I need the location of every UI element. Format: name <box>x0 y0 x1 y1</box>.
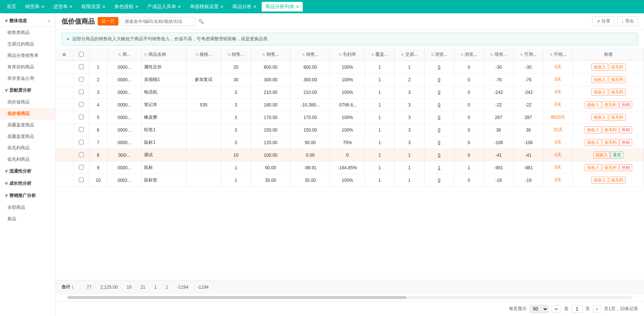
nav-product-inbound[interactable]: 产成品入库单 ✕ <box>144 2 185 11</box>
sidebar-item-low-coverage[interactable]: 低覆盖度商品 <box>0 131 55 142</box>
sidebar-item-high-coverage[interactable]: 高覆盖度商品 <box>0 119 55 131</box>
filter-recent-month-btn[interactable]: 近一月 <box>98 17 118 26</box>
cell-browse1[interactable]: 0 <box>424 61 454 74</box>
col-code[interactable]: ⇅ 商... <box>107 48 142 61</box>
col-avail[interactable]: ⇅ 可用... <box>513 48 543 61</box>
sidebar-group-contribution[interactable]: ∨ 贡献度分析 <box>0 84 55 96</box>
browse-link[interactable]: 0 <box>438 77 440 82</box>
row-checkbox[interactable] <box>79 165 84 170</box>
cell-check[interactable] <box>73 111 89 124</box>
row-checkbox[interactable] <box>79 102 84 107</box>
cell-browse1[interactable]: 0 <box>424 124 454 136</box>
cell-browse1[interactable]: 0 <box>424 136 454 149</box>
col-sellable[interactable]: ⇅ 可销... <box>543 48 573 61</box>
col-sales-amt[interactable]: ⇅ 销售... <box>251 48 291 61</box>
cell-browse1[interactable]: 1 <box>424 162 454 174</box>
row-checkbox[interactable] <box>79 177 84 182</box>
col-coverage[interactable]: ⇅ 覆盖... <box>365 48 395 61</box>
cell-browse1[interactable]: 0 <box>424 86 454 99</box>
per-page-select[interactable]: 50 100 200 <box>530 305 549 313</box>
browse-link[interactable]: 0 <box>438 178 440 183</box>
sidebar-item-sales-goods[interactable]: 销售类商品 <box>0 27 55 38</box>
sidebar-group-marketing[interactable]: ∨ 营销推广分析 <box>0 190 55 202</box>
nav-goods-analysis-list[interactable]: 商品分析列表 ✕ <box>262 2 303 11</box>
nav-permissions-close[interactable]: ✕ <box>102 4 105 9</box>
cell-check[interactable] <box>73 74 89 86</box>
sidebar-item-new-goods[interactable]: 新品 <box>0 213 55 225</box>
nav-goods-analysis[interactable]: 商品分析 ✕ <box>229 2 260 11</box>
cell-check[interactable] <box>73 136 89 149</box>
table-container[interactable]: ⚙ ⇅ 商... ⇅ 商品名称 ⇅ 规格... ⇅ 销售... ⇅ 销售... … <box>56 48 644 280</box>
browse-link[interactable]: 1 <box>438 165 440 170</box>
nav-product-inbound-close[interactable]: ✕ <box>178 4 181 9</box>
sidebar-group-circulation[interactable]: ∨ 流通性分析 <box>0 165 55 177</box>
col-sales-avg[interactable]: ⇅ 销售... <box>291 48 330 61</box>
cell-check[interactable] <box>73 149 89 162</box>
sidebar-item-low-value[interactable]: 低价值商品 <box>0 108 55 119</box>
nav-purchase-order[interactable]: 进货单 ✕ <box>50 2 76 11</box>
nav-goods-analysis-close[interactable]: ✕ <box>253 4 256 9</box>
col-stock[interactable]: ⇅ 现有... <box>484 48 513 61</box>
browse-link[interactable]: 0 <box>438 102 440 108</box>
col-sales-qty[interactable]: ⇅ 销售... <box>221 48 251 61</box>
col-name[interactable]: ⇅ 商品名称 <box>142 48 187 61</box>
sidebar-item-high-value[interactable]: 高价值商品 <box>0 96 55 108</box>
row-checkbox[interactable] <box>79 140 84 145</box>
sidebar-group-growth[interactable]: ∨ 成长性分析 <box>0 177 55 190</box>
sidebar-collapse-btn[interactable]: « <box>46 16 52 25</box>
browse-link[interactable]: 0 <box>438 140 440 145</box>
cell-browse1[interactable]: 0 <box>424 74 454 86</box>
col-gross-rate[interactable]: ⇅ 毛利率 <box>330 48 365 61</box>
col-browse2[interactable]: ⇅ 浏览... <box>454 48 484 61</box>
cell-check[interactable] <box>73 162 89 174</box>
nav-purchase-close[interactable]: ✕ <box>69 4 73 9</box>
nav-sales-order[interactable]: 销货单 ✕ <box>21 2 48 11</box>
first-page-btn[interactable]: ‹‹ <box>551 305 561 313</box>
nav-template-settings[interactable]: 单据模板设置 ✕ <box>186 2 227 11</box>
col-trade[interactable]: ⇅ 交易... <box>395 48 424 61</box>
col-check[interactable] <box>73 48 89 61</box>
nav-roles[interactable]: 角色授权 ✕ <box>111 2 142 11</box>
sidebar-item-all-goods[interactable]: 全部商品 <box>0 202 55 213</box>
share-btn[interactable]: ↗ 分享 <box>592 16 614 26</box>
nav-permissions[interactable]: 权限设置 ✕ <box>78 2 109 11</box>
sidebar-item-stock-capital[interactable]: 库存资金占用 <box>0 73 55 84</box>
row-checkbox[interactable] <box>79 89 84 94</box>
cell-check[interactable] <box>73 99 89 111</box>
export-btn[interactable]: ↓ 导出 <box>617 16 638 26</box>
cell-browse1[interactable]: 0 <box>424 111 454 124</box>
nav-goods-list-close[interactable]: ✕ <box>296 4 299 9</box>
horizontal-scrollbar[interactable] <box>67 296 632 299</box>
select-all-checkbox[interactable] <box>79 52 84 57</box>
nav-roles-close[interactable]: ✕ <box>135 4 138 9</box>
col-spec[interactable]: ⇅ 规格... <box>187 48 221 61</box>
cell-check[interactable] <box>73 61 89 74</box>
sidebar-item-high-gross[interactable]: 高毛利商品 <box>0 142 55 154</box>
sidebar-item-low-gross[interactable]: 低毛利商品 <box>0 154 55 165</box>
row-checkbox[interactable] <box>79 127 84 132</box>
browse-link[interactable]: 0 <box>438 115 440 120</box>
search-icon[interactable]: 🔍 <box>198 19 204 24</box>
sidebar-item-stocked-goods[interactable]: 有库存的商品 <box>0 61 55 73</box>
nav-template-close[interactable]: ✕ <box>220 4 224 9</box>
browse-link[interactable]: 0 <box>438 128 440 133</box>
cell-browse1[interactable]: 0 <box>424 174 454 187</box>
page-input[interactable] <box>571 305 583 313</box>
col-settings[interactable]: ⚙ <box>56 48 73 61</box>
row-checkbox[interactable] <box>79 115 84 119</box>
next-page-btn[interactable]: › <box>593 305 601 313</box>
cell-check[interactable] <box>73 124 89 136</box>
nav-home[interactable]: 首页 <box>3 2 20 11</box>
nav-sales-close[interactable]: ✕ <box>41 4 44 9</box>
browse-link[interactable]: 0 <box>438 90 440 95</box>
sidebar-item-traded-goods[interactable]: 交易过的商品 <box>0 38 55 50</box>
cell-browse1[interactable]: 0 <box>424 149 454 162</box>
row-checkbox[interactable] <box>79 64 84 69</box>
col-browse1[interactable]: ⇅ 浏览... <box>424 48 454 61</box>
search-input[interactable] <box>121 17 195 26</box>
row-checkbox[interactable] <box>79 152 84 157</box>
browse-link[interactable]: 0 <box>438 65 440 70</box>
sidebar-item-category-sales-rate[interactable]: 商品分类销售率 <box>0 50 55 61</box>
row-checkbox[interactable] <box>79 77 84 82</box>
cell-browse1[interactable]: 0 <box>424 99 454 111</box>
